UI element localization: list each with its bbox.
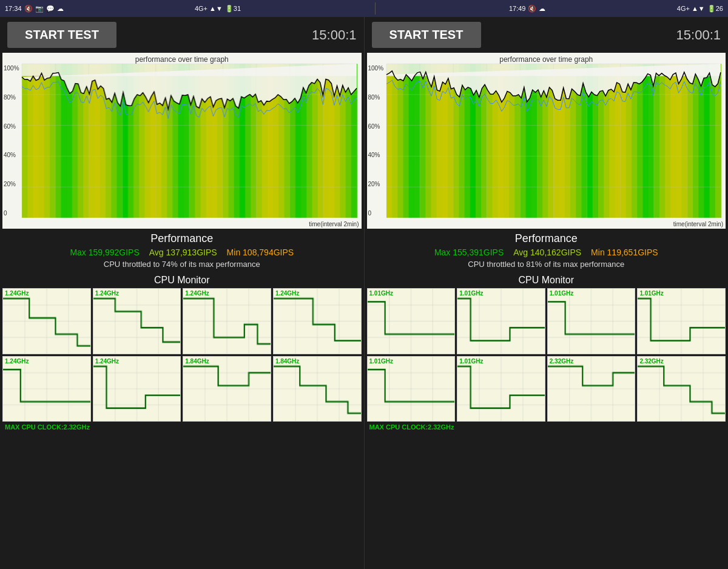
mute-icon-1: 🔇 xyxy=(24,5,33,13)
status-bar: 17:34 🔇 📷 💬 ☁ 4G+ ▲▼ 🔋31 17:49 🔇 ☁ 4G+ ▲… xyxy=(0,0,728,17)
cpu-cell-cpu-grid-2-2: 1.01GHz xyxy=(547,288,636,354)
cpu-cell-cpu-grid-2-3: 1.01GHz xyxy=(637,288,726,354)
cpu-freq-label-3: 1.24GHz xyxy=(275,290,299,297)
battery-1: 🔋31 xyxy=(225,5,241,13)
cpu-mini-graph-1 xyxy=(93,289,181,354)
cpu-freq-label-2: 1.24GHz xyxy=(185,290,209,297)
perf-max-1: Max 159,992GIPS xyxy=(70,247,139,257)
time-1: 17:34 xyxy=(5,5,22,12)
graph-section-2: performance over time graph 100% 80% 60%… xyxy=(367,53,726,229)
cpu-cell-cpu-grid-1-2: 1.24GHz xyxy=(183,288,271,354)
cpu-cell-cpu-grid-2-6: 2.32GHz xyxy=(547,356,636,422)
start-test-button-1[interactable]: START TEST xyxy=(7,22,116,48)
msg-icon: 💬 xyxy=(46,5,55,13)
perf-avg-2: Avg 140,162GIPS xyxy=(513,247,581,257)
cpu-mini-graph-2 xyxy=(183,289,271,354)
graph-title-2: performance over time graph xyxy=(499,55,593,64)
performance-graph-2 xyxy=(367,53,726,229)
cpu-freq-label-6: 1.84GHz xyxy=(185,358,209,365)
cpu-freq-label-4: 1.01GHz xyxy=(369,358,393,365)
cpu-mini-graph-1 xyxy=(457,289,545,354)
cpu-cell-cpu-grid-1-1: 1.24GHz xyxy=(93,288,181,354)
signal-1: 4G+ ▲▼ xyxy=(195,5,223,12)
graph-y-labels-2: 100% 80% 60% 40% 20% 0 xyxy=(368,65,384,217)
cpu-freq-label-6: 2.32GHz xyxy=(550,358,573,365)
cpu-monitor-title-2: CPU Monitor xyxy=(367,275,726,286)
perf-title-1: Performance xyxy=(5,232,359,245)
cpu-mini-graph-4 xyxy=(368,357,455,422)
cpu-mini-graph-4 xyxy=(3,357,90,422)
status-left-2: 17:49 🔇 ☁ xyxy=(509,5,546,13)
cpu-cell-cpu-grid-2-7: 2.32GHz xyxy=(637,356,726,422)
cpu-mini-graph-6 xyxy=(183,357,271,422)
graph-title-1: performance over time graph xyxy=(135,55,229,64)
cpu-freq-label-7: 1.84GHz xyxy=(275,358,299,365)
perf-section-2: Performance Max 155,391GIPS Avg 140,162G… xyxy=(365,229,729,272)
perf-title-2: Performance xyxy=(369,232,724,245)
cloud-icon-1: ☁ xyxy=(57,5,64,13)
cpu-mini-graph-2 xyxy=(548,289,635,354)
timer-1: 15:00:1 xyxy=(312,27,356,43)
cpu-freq-label-5: 1.01GHz xyxy=(459,358,483,365)
cpu-cell-cpu-grid-1-3: 1.24GHz xyxy=(273,288,362,354)
cpu-freq-label-3: 1.01GHz xyxy=(639,290,663,297)
panel-1: START TEST 15:00:1 performance over time… xyxy=(0,17,365,569)
time-2: 17:49 xyxy=(509,5,526,12)
start-test-button-2[interactable]: START TEST xyxy=(372,22,481,48)
cpu-mini-graph-3 xyxy=(638,289,725,354)
perf-section-1: Performance Max 159,992GIPS Avg 137,913G… xyxy=(0,229,364,272)
graph-x-label-1: time(interval 2min) xyxy=(309,221,359,227)
perf-avg-1: Avg 137,913GIPS xyxy=(149,247,217,257)
graph-y-labels-1: 100% 80% 60% 40% 20% 0 xyxy=(4,65,19,217)
graph-section-1: performance over time graph 100% 80% 60%… xyxy=(2,53,362,229)
graph-x-label-2: time(interval 2min) xyxy=(673,221,723,227)
cpu-cell-cpu-grid-1-7: 1.84GHz xyxy=(273,356,362,422)
cpu-grid-1: 1.24GHz1.24GHz1.24GHz1.24GHz1.24GHz1.24G… xyxy=(2,288,362,422)
cloud-icon-2: ☁ xyxy=(539,5,545,13)
cpu-freq-label-0: 1.24GHz xyxy=(5,290,29,297)
max-cpu-label-2: MAX CPU CLOCK:2.32GHz xyxy=(367,422,726,433)
perf-min-2: Min 119,651GIPS xyxy=(591,247,658,257)
cpu-grid-2: 1.01GHz1.01GHz1.01GHz1.01GHz1.01GHz1.01G… xyxy=(367,288,726,422)
status-right-1: 4G+ ▲▼ 🔋31 xyxy=(195,5,241,13)
cpu-cell-cpu-grid-2-5: 1.01GHz xyxy=(457,356,545,422)
cpu-freq-label-1: 1.01GHz xyxy=(459,290,483,297)
perf-max-2: Max 155,391GIPS xyxy=(434,247,504,257)
perf-throttle-1: CPU throttled to 74% of its max performa… xyxy=(5,260,359,269)
cpu-cell-cpu-grid-1-4: 1.24GHz xyxy=(2,356,91,422)
panel-2: START TEST 15:00:1 performance over time… xyxy=(365,17,729,569)
panels: START TEST 15:00:1 performance over time… xyxy=(0,17,728,569)
perf-throttle-2: CPU throttled to 81% of its max performa… xyxy=(369,260,724,269)
cpu-cell-cpu-grid-2-0: 1.01GHz xyxy=(367,288,456,354)
cpu-mini-graph-6 xyxy=(548,357,635,422)
cpu-cell-cpu-grid-1-6: 1.84GHz xyxy=(183,356,271,422)
max-cpu-label-1: MAX CPU CLOCK:2.32GHz xyxy=(2,422,362,433)
cpu-mini-graph-7 xyxy=(638,357,725,422)
perf-stats-1: Max 159,992GIPS Avg 137,913GIPS Min 108,… xyxy=(5,247,359,257)
top-bar-2: START TEST 15:00:1 xyxy=(365,17,729,53)
perf-min-1: Min 108,794GIPS xyxy=(227,247,294,257)
top-bar-1: START TEST 15:00:1 xyxy=(0,17,364,53)
cpu-cell-cpu-grid-2-1: 1.01GHz xyxy=(457,288,545,354)
status-left-1: 17:34 🔇 📷 💬 ☁ xyxy=(5,5,64,13)
performance-graph-1 xyxy=(2,53,362,229)
cpu-mini-graph-5 xyxy=(457,357,545,422)
cpu-cell-cpu-grid-1-0: 1.24GHz xyxy=(2,288,91,354)
cpu-cell-cpu-grid-1-5: 1.24GHz xyxy=(93,356,181,422)
cpu-freq-label-0: 1.01GHz xyxy=(369,290,393,297)
signal-2: 4G+ ▲▼ xyxy=(677,5,705,12)
cpu-monitor-section-2: CPU Monitor 1.01GHz1.01GHz1.01GHz1.01GHz… xyxy=(365,272,729,569)
cpu-mini-graph-7 xyxy=(274,357,361,422)
cpu-mini-graph-3 xyxy=(274,289,361,354)
cpu-cell-cpu-grid-2-4: 1.01GHz xyxy=(367,356,456,422)
insta-icon: 📷 xyxy=(35,5,44,13)
battery-2: 🔋26 xyxy=(707,5,723,13)
mute-icon-2: 🔇 xyxy=(528,5,536,13)
cpu-monitor-title-1: CPU Monitor xyxy=(2,275,362,286)
cpu-freq-label-1: 1.24GHz xyxy=(95,290,119,297)
cpu-mini-graph-0 xyxy=(3,289,90,354)
cpu-freq-label-2: 1.01GHz xyxy=(550,290,573,297)
status-right-2: 4G+ ▲▼ 🔋26 xyxy=(677,5,723,13)
timer-2: 15:00:1 xyxy=(676,27,721,43)
cpu-mini-graph-0 xyxy=(368,289,455,354)
